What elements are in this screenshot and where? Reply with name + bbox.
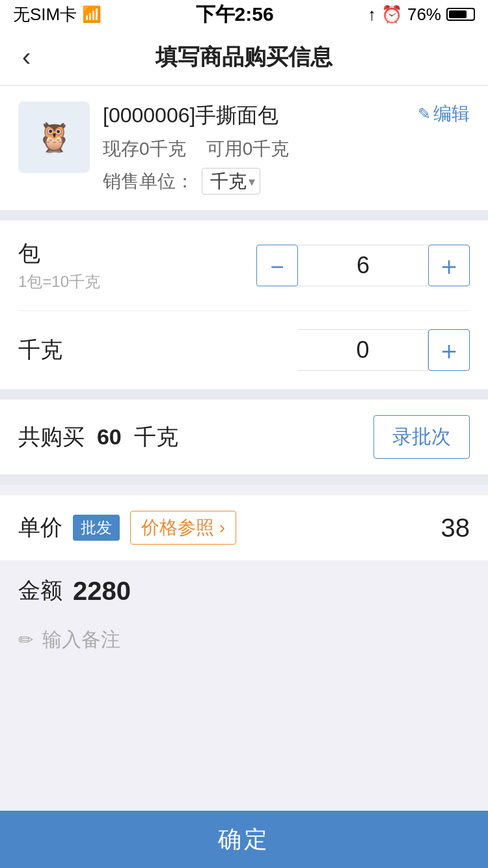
- product-unit-row: 销售单位： 千克: [103, 168, 470, 195]
- amount-label: 金额: [18, 576, 62, 606]
- summary-section: 共购买 60 千克 录批次: [0, 400, 488, 474]
- kg-label-main: 千克: [18, 335, 122, 365]
- location-icon: ↑: [368, 5, 376, 25]
- battery-percent: 76%: [407, 5, 441, 25]
- divider-1: [0, 210, 488, 221]
- alarm-icon: ⏰: [381, 5, 402, 25]
- kg-quantity-input[interactable]: [298, 329, 428, 371]
- summary-prefix: 共购买: [18, 424, 85, 449]
- nav-bar: ‹ 填写商品购买信息: [0, 29, 488, 86]
- remark-row[interactable]: ✏ 输入备注: [18, 616, 470, 664]
- product-stock: 现存0千克 可用0千克: [103, 137, 470, 161]
- status-bar: 无SIM卡 📶 下午2:56 ↑ ⏰ 76%: [0, 0, 488, 29]
- pack-quantity-input[interactable]: [298, 245, 428, 286]
- kg-input-row: 千克 ＋: [18, 311, 470, 389]
- pack-label-sub: 1包=10千克: [18, 271, 122, 292]
- status-left: 无SIM卡 📶: [13, 3, 102, 26]
- kg-controls: ＋: [298, 329, 470, 371]
- summary-unit: 千克: [134, 424, 178, 449]
- pack-input-row: 包 1包=10千克 － ＋: [18, 221, 470, 311]
- wifi-icon: 📶: [82, 5, 102, 23]
- pack-label: 包 1包=10千克: [18, 239, 122, 292]
- remark-icon: ✏: [18, 629, 33, 651]
- divider-3: [0, 474, 488, 485]
- pack-controls: － ＋: [256, 245, 470, 286]
- status-time: 下午2:56: [196, 1, 274, 28]
- summary-text: 共购买 60 千克: [18, 422, 178, 452]
- product-logo-icon: 🦉: [36, 120, 72, 154]
- amount-section: 金额 2280 ✏ 输入备注: [0, 560, 488, 671]
- remark-placeholder: 输入备注: [42, 627, 120, 653]
- batch-button[interactable]: 录批次: [373, 415, 470, 459]
- pack-label-main: 包: [18, 239, 122, 269]
- stock-label: 现存0千克: [103, 139, 186, 159]
- price-section: 单价 批发 价格参照 › 38: [0, 495, 488, 560]
- kg-label: 千克: [18, 335, 122, 365]
- amount-row: 金额 2280: [18, 576, 470, 606]
- status-right: ↑ ⏰ 76%: [368, 5, 475, 25]
- price-value: 38: [441, 513, 470, 543]
- product-info: [0000006]手撕面包 ✎ 编辑 现存0千克 可用0千克 销售单位： 千克: [103, 102, 470, 195]
- unit-select[interactable]: 千克: [202, 168, 260, 195]
- divider-2: [0, 389, 488, 400]
- product-name: [0000006]手撕面包: [103, 102, 278, 130]
- page-title: 填写商品购买信息: [156, 42, 332, 72]
- pack-increase-button[interactable]: ＋: [428, 245, 470, 286]
- unit-select-wrapper[interactable]: 千克: [202, 168, 260, 195]
- edit-label: 编辑: [433, 102, 470, 126]
- back-button[interactable]: ‹: [16, 36, 37, 78]
- price-ref-button[interactable]: 价格参照 ›: [130, 511, 236, 545]
- available-label: 可用0千克: [206, 139, 290, 159]
- product-section: 🦉 [0000006]手撕面包 ✎ 编辑 现存0千克 可用0千克 销售单位： 千…: [0, 86, 488, 210]
- kg-increase-button[interactable]: ＋: [428, 329, 470, 371]
- price-batch-tag: 批发: [73, 515, 120, 541]
- edit-icon: ✎: [418, 105, 431, 123]
- product-name-row: [0000006]手撕面包 ✎ 编辑: [103, 102, 470, 130]
- carrier-label: 无SIM卡: [13, 3, 77, 26]
- product-image: 🦉: [18, 102, 90, 173]
- confirm-button-text: 确定: [218, 824, 270, 856]
- unit-label: 销售单位：: [103, 169, 194, 194]
- edit-link[interactable]: ✎ 编辑: [418, 102, 470, 126]
- battery-icon: [446, 8, 475, 21]
- summary-qty: 60: [97, 424, 122, 449]
- confirm-button-area[interactable]: 确定: [0, 811, 488, 868]
- price-label: 单价: [18, 513, 62, 543]
- amount-value: 2280: [73, 576, 131, 606]
- pack-decrease-button[interactable]: －: [256, 245, 298, 286]
- input-section: 包 1包=10千克 － ＋ 千克 ＋: [0, 221, 488, 389]
